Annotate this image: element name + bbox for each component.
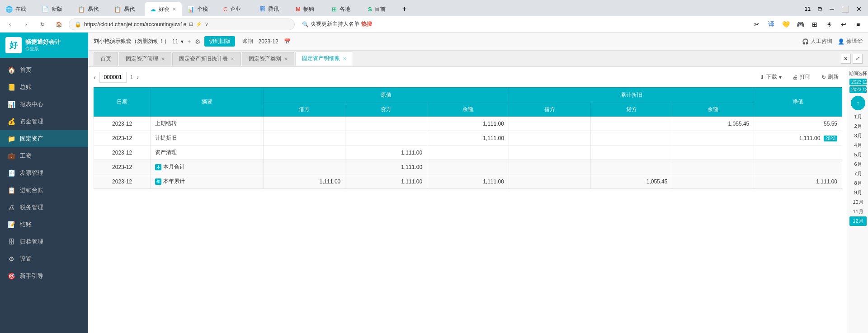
row-accum-debit [509,145,590,160]
period-month-8[interactable]: 8月 [849,178,867,188]
undo-icon[interactable]: ↩ [837,18,850,31]
period-badge-1[interactable]: 2023.12 [849,79,867,85]
row-date: 2023-12 [94,117,151,131]
add-company-btn[interactable]: + [187,38,191,45]
brightness-icon[interactable]: ☀ [823,18,835,31]
nav-back[interactable]: ‹ [4,18,16,31]
period-month-1[interactable]: 1月 [849,112,867,122]
tab-tengxun[interactable]: 腾 腾讯 [254,2,290,16]
tab-muqian[interactable]: S 目前 [363,2,399,16]
sidebar-item-tutorial[interactable]: 🎯 新手引导 [0,267,88,285]
page-tab-depreciation-stats[interactable]: 固定资产折旧统计表 ✕ [172,52,241,66]
browser-close-btn[interactable]: ✕ [854,5,864,13]
sidebar-item-funds[interactable]: 💰 资金管理 [0,113,88,130]
sidebar-item-invoice[interactable]: 🧾 发票管理 [0,164,88,182]
period-month-6[interactable]: 6月 [849,159,867,169]
panel-close-btn[interactable]: ✕ [841,54,851,64]
period-month-2[interactable]: 2月 [849,122,867,131]
sidebar-item-purchase-sales[interactable]: 📋 进销台账 [0,182,88,199]
tab-yidai1[interactable]: 📋 易代 [72,2,108,16]
company-selector[interactable]: 刘小艳演示账套（勿删勿动！） 11 ▾ [94,38,184,45]
sidebar-item-archive[interactable]: 🗄 归档管理 [0,233,88,250]
translate-icon[interactable]: 译 [765,18,778,31]
next-record-btn[interactable]: › [137,74,139,81]
browser-minimize-btn[interactable]: ─ [827,5,837,13]
sidebar-item-fixed-assets[interactable]: 📁 固定资产 [0,130,88,147]
col-date: 日期 [94,88,151,117]
download-icon: ⬇ [760,74,764,80]
tab-close-icon[interactable]: ✕ [161,56,165,61]
browser-maximize-btn[interactable]: ⬜ [839,5,852,13]
panel-expand-btn[interactable]: ⤢ [853,54,863,64]
tab-close-icon[interactable]: ✕ [172,6,176,12]
sidebar-item-general-ledger[interactable]: 📒 总账 [0,79,88,96]
support-btn[interactable]: 🎧 人工咨询 [802,38,832,45]
period-month-12[interactable]: 12月 [849,216,867,226]
sidebar-item-settings[interactable]: ⚙ 设置 [0,250,88,267]
sidebar-item-label: 固定资产 [20,135,43,143]
col-orig-balance: 余额 [427,103,509,117]
sidebar-item-tax[interactable]: 🖨 税务管理 [0,199,88,216]
sidebar-item-reports[interactable]: 📊 报表中心 [0,96,88,113]
tab-haohui[interactable]: ☁ 好会 ✕ [145,2,182,16]
url-text: https://cloud.chanjet.com/accounting/uw1… [84,21,186,28]
row-accum-balance [672,160,754,174]
download-btn[interactable]: ⬇ 下载 ▾ [756,71,785,83]
period-month-5[interactable]: 5月 [849,150,867,159]
record-page: 1 [130,74,133,80]
row-accum-debit [509,160,590,174]
row-summary: 计提折旧 [151,131,264,145]
period-month-3[interactable]: 3月 [849,131,867,141]
print-btn[interactable]: 🖨 打印 [789,71,814,83]
tab-geshui[interactable]: 📊 个税 [182,2,218,16]
settings-gear-btn[interactable]: ⚙ [195,38,201,45]
refresh-btn[interactable]: ↻ 刷新 [818,71,842,83]
sidebar-item-closing[interactable]: 📝 结账 [0,216,88,233]
prev-record-btn[interactable]: ‹ [94,74,96,81]
scissors-icon[interactable]: ✂ [750,18,763,31]
purchase-icon: 📋 [7,186,15,194]
address-bar[interactable]: 🔒 https://cloud.chanjet.com/accounting/u… [69,19,295,30]
switch-version-btn[interactable]: 切到旧版 [204,36,235,47]
wallet-icon[interactable]: 💛 [779,18,792,31]
sidebar-item-payroll[interactable]: 💼 工资 [0,147,88,164]
tab-qiye[interactable]: C 企业 [218,2,254,16]
new-tab-button[interactable]: + [399,2,410,16]
tab-gedi[interactable]: ⊞ 各地 [326,2,363,16]
page-tab-asset-mgmt[interactable]: 固定资产管理 ✕ [119,52,171,66]
user-info[interactable]: 👤 徐译华 [838,38,863,45]
col-accumulated: 累计折旧 [509,88,754,103]
nav-refresh[interactable]: ↻ [36,18,49,31]
period-badge-2[interactable]: 2023.12 [849,86,867,93]
game-icon[interactable]: 🎮 [794,18,807,31]
tab-yidai2[interactable]: 📋 易代 [108,2,145,16]
page-tab-home[interactable]: 首页 [94,52,118,66]
tab-new[interactable]: 📄 新版 [36,2,72,16]
page-tab-asset-detail[interactable]: 固定资产明细账 ✕ [295,52,353,66]
browser-restore[interactable]: ⧉ [815,5,825,13]
period-month-9[interactable]: 9月 [849,188,867,197]
tab-chang[interactable]: M 畅购 [290,2,326,16]
record-number-input[interactable] [99,72,127,83]
row-summary: 上期结转 [151,117,264,131]
page-tab-asset-category[interactable]: 固定资产类别 ✕ [242,52,294,66]
tab-close-icon[interactable]: ✕ [231,56,234,61]
nav-forward[interactable]: › [20,18,33,31]
scroll-up-icon[interactable]: ↑ [851,96,865,110]
period-month-10[interactable]: 10月 [849,197,867,207]
period-month-11[interactable]: 11月 [849,207,867,216]
period-month-4[interactable]: 4月 [849,141,867,150]
row-orig-balance: 1,111.00 [427,174,509,189]
grid-icon[interactable]: ⊞ [808,18,821,31]
tab-close-icon[interactable]: ✕ [343,56,346,61]
tab-online[interactable]: 🌐 在线 [0,2,36,16]
top-right-actions: 🎧 人工咨询 👤 徐译华 [802,38,863,45]
sidebar-item-home[interactable]: 🏠 首页 [0,61,88,79]
tab-close-icon[interactable]: ✕ [284,56,288,61]
calendar-icon[interactable]: 📅 [284,38,291,45]
nav-home[interactable]: 🏠 [52,18,65,31]
tab-label: 固定资产管理 [126,55,158,63]
period-month-7[interactable]: 7月 [849,169,867,178]
browser-minimize[interactable]: 11 [802,6,813,12]
menu-icon[interactable]: ≡ [852,18,864,31]
